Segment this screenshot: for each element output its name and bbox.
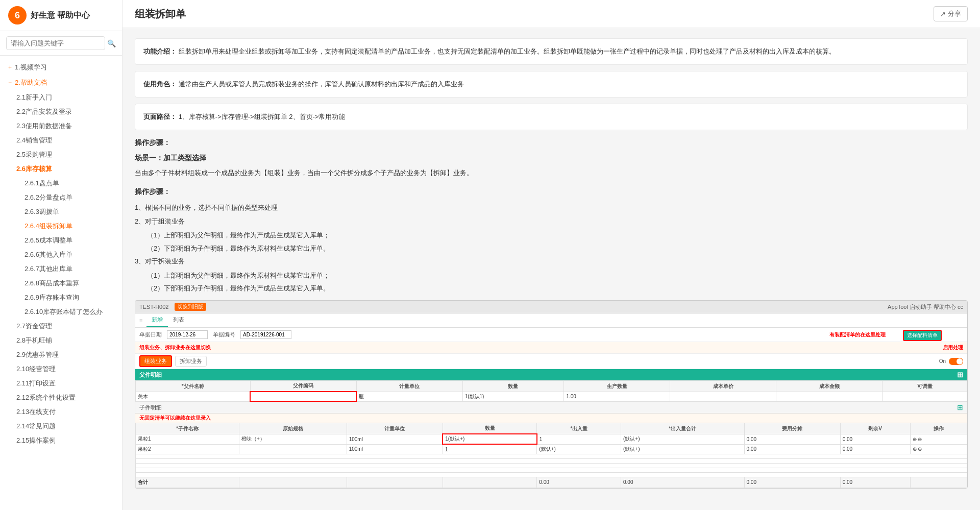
sidebar-item-inv262[interactable]: 2.6.2分量盘点单: [0, 190, 122, 205]
plus-icon: +: [8, 64, 12, 71]
share-icon: ↗: [940, 10, 946, 18]
form-num-input[interactable]: [240, 330, 291, 339]
sidebar-item-faq[interactable]: 2.14常见问题: [0, 419, 122, 433]
empty-row-5: [136, 463, 967, 468]
search-box: 🔍: [0, 31, 122, 56]
path-text: 1、库存核算->库存管理->组装拆卸单 2、首页->常用功能: [179, 113, 346, 120]
annotation4-text: 无固定清单可以继续在这里录入: [139, 415, 211, 421]
sidebar-item-video[interactable]: + 1.视频学习: [0, 60, 122, 75]
td-action1[interactable]: ⊕ ⊖: [910, 434, 967, 444]
role-text: 通常由生产人员或库管人员完成拆装业务的操作，库管人员确认原材料的出库和产成品的入…: [179, 80, 464, 88]
content-area: 功能介绍： 组装拆卸单用来处理企业组装或拆卸等加工业务，支持有固定装配清单的产品…: [122, 28, 980, 510]
table-row: 果粒2 100ml 1 (默认+) (默认+) 0.00 0.00 ⊕ ⊖: [136, 444, 967, 454]
th-child-name: *子件名称: [136, 423, 239, 434]
td-inout1-1: 1: [537, 434, 621, 444]
td-parent-code: [250, 392, 356, 401]
step1: 1、根据不同的业务，选择不同单据的类型来处理: [135, 202, 968, 213]
sidebar-item-sales[interactable]: 2.4销售管理: [0, 133, 122, 148]
sidebar-item-docs-label: 2.帮助文档: [15, 78, 47, 87]
parent-section-label: 父件明细: [139, 371, 162, 379]
scenario1-desc: 当由多个子件材料组装成一个成品的业务为【组装】业务，当由一个父件拆分成多个子产品…: [135, 167, 968, 179]
step3-sub1: （1）上部明细为父件明细，最终作为原材料生成某它出库单；: [147, 270, 968, 281]
sidebar-item-install[interactable]: 2.2产品安装及登录: [0, 105, 122, 119]
sidebar-item-purchase[interactable]: 2.5采购管理: [0, 148, 122, 162]
sidebar-item-inv261[interactable]: 2.6.1盘点单: [0, 176, 122, 190]
sidebar-item-inventory[interactable]: 2.6库存核算: [0, 162, 122, 176]
assembly-type-badge[interactable]: 组装业务: [139, 355, 172, 367]
search-input[interactable]: [6, 36, 105, 50]
table-footer: 合计 0.00 0.00 0.00 0.00: [136, 477, 967, 488]
sidebar-item-system[interactable]: 2.12系统个性化设置: [0, 391, 122, 405]
td-adjust: [883, 392, 967, 401]
child-section-label: 子件明细: [139, 404, 162, 411]
td-child-name2: 果粒2: [136, 444, 239, 454]
top-section-bar: 父件明细 ⊞: [135, 369, 967, 380]
tab-list[interactable]: 列表: [168, 313, 189, 327]
sidebar-item-new[interactable]: 2.1新手入门: [0, 90, 122, 105]
td-qty1: 1(默认+): [443, 434, 537, 444]
steps-intro: 操作步骤：: [135, 187, 968, 197]
td-prod-qty: 1.00: [564, 392, 670, 401]
sidebar-item-inv265[interactable]: 2.6.5成本调整单: [0, 233, 122, 248]
sidebar-item-print[interactable]: 2.11打印设置: [0, 376, 122, 391]
logo-text: 好生意 帮助中心: [31, 10, 90, 21]
empty-row-6: [136, 468, 967, 472]
td-alloc2: 0.00: [744, 444, 840, 454]
table-row-empty4: [136, 468, 967, 472]
table-row-empty3: [136, 463, 967, 468]
th-child-unit: 计量单位: [347, 423, 443, 434]
sidebar-item-inv2610[interactable]: 2.6.10库存账本错了怎么办: [0, 305, 122, 319]
sidebar-item-coupon[interactable]: 2.9优惠券管理: [0, 348, 122, 362]
main-content: 组装拆卸单 ↗ 分享 功能介绍： 组装拆卸单用来处理企业组装或拆卸等加工业务，支…: [122, 0, 980, 510]
tab-new[interactable]: 新增: [146, 313, 168, 327]
sidebar-item-video-label: 1.视频学习: [15, 63, 47, 72]
sidebar-item-inv266[interactable]: 2.6.6其他入库单: [0, 248, 122, 262]
search-button[interactable]: 🔍: [107, 39, 116, 47]
sidebar-item-docs[interactable]: − 2.帮助文档: [0, 75, 122, 90]
share-button[interactable]: ↗ 分享: [934, 6, 968, 21]
td-action2[interactable]: ⊕ ⊖: [910, 444, 967, 454]
table-row: 果粒1 橙味（+） 100ml 1(默认+) 1 (默认+) 0.00 0.00…: [136, 434, 967, 444]
th-cost-total: 成本金额: [776, 381, 883, 392]
sidebar-item-cases[interactable]: 2.15操作案例: [0, 433, 122, 448]
annotation4-container: 无固定清单可以继续在这里录入: [135, 414, 967, 423]
sidebar-item-inv263[interactable]: 2.6.3调拨单: [0, 205, 122, 219]
form-date-input[interactable]: [167, 330, 208, 339]
add-child-icon: ⊞: [957, 403, 963, 411]
td-cost-unit: [670, 392, 776, 401]
sidebar-item-inv269[interactable]: 2.6.9库存账本查询: [0, 290, 122, 305]
toggle-switch[interactable]: [949, 358, 963, 365]
sidebar-item-manage[interactable]: 2.10经营管理: [0, 362, 122, 376]
td-child-name1: 果粒1: [136, 434, 239, 444]
footer-col9: [910, 477, 967, 488]
th-orig-spec: 原始规格: [239, 423, 347, 434]
footer-total3: 0.00: [744, 477, 840, 488]
on-label: On: [939, 358, 946, 364]
step3: 3、对于拆装业务: [135, 255, 968, 267]
form-num-label: 单据编号: [213, 331, 235, 338]
minus-icon: −: [8, 79, 12, 86]
sidebar-item-inv268[interactable]: 2.6.8商品成本重算: [0, 276, 122, 290]
sidebar-item-data[interactable]: 2.3使用前数据准备: [0, 119, 122, 133]
screenshot-container: TEST-H002 切换到旧版 AppTool 启动助手 帮助中心 cc ≡ 新…: [135, 300, 968, 489]
sidebar-item-online[interactable]: 2.13在线支付: [0, 405, 122, 419]
footer-col3: [347, 477, 443, 488]
th-parent-name: *父件名称: [136, 381, 251, 392]
func-intro-label: 功能介绍：: [143, 47, 177, 55]
select-bom-button[interactable]: 选择配料清单: [903, 330, 942, 341]
disassembly-type-badge[interactable]: 拆卸业务: [175, 356, 207, 367]
bottom-section-bar: 子件明细 ⊞: [135, 402, 967, 414]
sidebar-item-finance[interactable]: 2.7资金管理: [0, 319, 122, 333]
screenshot-topbar-code: TEST-H002: [139, 304, 168, 310]
table-row-empty1: [136, 454, 967, 458]
empty-row-7: [136, 472, 967, 477]
td-qty: 1(默认1): [462, 392, 564, 401]
sidebar-item-inv264[interactable]: 2.6.4组装拆卸单: [0, 219, 122, 233]
th-inout2: *出入量合计: [621, 423, 745, 434]
sidebar-item-inv267[interactable]: 2.6.7其他出库单: [0, 262, 122, 276]
td-orig-spec1: 橙味（+）: [239, 434, 347, 444]
nav-tree: + 1.视频学习 − 2.帮助文档 2.1新手入门 2.2产品安装及登录 2.3…: [0, 56, 122, 510]
td-remain1: 0.00: [840, 434, 910, 444]
annotation3-text: 启用处理: [943, 344, 963, 351]
sidebar-item-mobile[interactable]: 2.8手机旺铺: [0, 333, 122, 348]
